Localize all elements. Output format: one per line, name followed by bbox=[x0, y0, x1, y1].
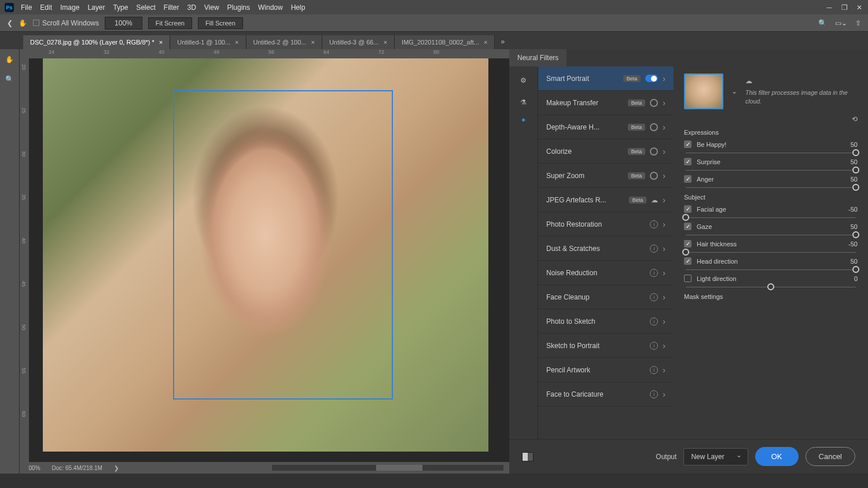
info-icon[interactable]: i bbox=[650, 366, 658, 374]
document-tab[interactable]: Untitled-2 @ 100...× bbox=[247, 35, 322, 49]
menu-layer[interactable]: Layer bbox=[87, 3, 105, 12]
workspace-icon[interactable]: ▭⌄ bbox=[835, 19, 847, 27]
menu-filter[interactable]: Filter bbox=[164, 3, 179, 12]
slider-handle[interactable] bbox=[852, 167, 859, 173]
slider-track[interactable] bbox=[686, 252, 856, 253]
scroll-all-checkbox[interactable]: Scroll All Windows bbox=[33, 19, 99, 27]
filter-item[interactable]: Smart PortraitBeta› bbox=[538, 66, 674, 91]
status-chevron[interactable]: ❯ bbox=[114, 465, 119, 471]
output-dropdown[interactable]: New Layer bbox=[683, 448, 748, 465]
zoom-tool[interactable]: 🔍 bbox=[3, 72, 17, 86]
filter-item[interactable]: Photo Restorationi› bbox=[538, 212, 674, 236]
close-button[interactable]: ✕ bbox=[855, 3, 863, 12]
menu-view[interactable]: View bbox=[204, 3, 219, 12]
slider-handle[interactable] bbox=[852, 266, 859, 273]
menu-plugins[interactable]: Plugins bbox=[227, 3, 250, 12]
slider-handle[interactable] bbox=[852, 184, 859, 191]
filter-item[interactable]: Face to Caricaturei› bbox=[538, 382, 674, 406]
document-tab[interactable]: Untitled-3 @ 66...× bbox=[322, 35, 395, 49]
filter-toggle[interactable] bbox=[650, 123, 658, 131]
featured-category-icon[interactable]: ⚙ bbox=[518, 75, 529, 86]
tab-close-icon[interactable]: × bbox=[311, 39, 314, 46]
slider-track[interactable] bbox=[686, 153, 856, 153]
filter-item[interactable]: Pencil Artworki› bbox=[538, 358, 674, 382]
menu-edit[interactable]: Edit bbox=[40, 3, 52, 12]
tab-close-icon[interactable]: × bbox=[384, 39, 387, 46]
preview-toggle-icon[interactable] bbox=[522, 452, 534, 461]
search-icon[interactable]: 🔍 bbox=[818, 19, 827, 27]
slider-handle[interactable] bbox=[682, 214, 689, 221]
menu-3d[interactable]: 3D bbox=[187, 3, 196, 12]
filter-item[interactable]: JPEG Artefacts R...Beta☁› bbox=[538, 188, 674, 212]
filter-item[interactable]: Makeup TransferBeta› bbox=[538, 91, 674, 115]
document-tab[interactable]: Untitled-1 @ 100...× bbox=[170, 35, 246, 49]
slider-checkbox[interactable] bbox=[684, 275, 692, 282]
minimize-button[interactable]: ─ bbox=[825, 3, 833, 12]
hand-tool[interactable]: ✋ bbox=[3, 53, 17, 66]
slider-track[interactable] bbox=[686, 269, 856, 270]
info-icon[interactable]: i bbox=[650, 220, 658, 228]
menu-file[interactable]: File bbox=[21, 3, 32, 12]
canvas[interactable] bbox=[20, 58, 509, 462]
filter-toggle[interactable] bbox=[650, 99, 658, 107]
filter-item[interactable]: Photo to Sketchi› bbox=[538, 309, 674, 334]
menu-select[interactable]: Select bbox=[136, 3, 155, 12]
slider-checkbox[interactable]: ✓ bbox=[684, 158, 692, 165]
beta-category-icon[interactable]: ⚗ bbox=[518, 97, 529, 108]
filter-item[interactable]: Noise Reductioni› bbox=[538, 261, 674, 285]
ok-button[interactable]: OK bbox=[755, 447, 799, 466]
horizontal-scrollbar[interactable] bbox=[272, 465, 503, 471]
maximize-button[interactable]: ❐ bbox=[840, 3, 848, 12]
slider-checkbox[interactable]: ✓ bbox=[684, 223, 692, 230]
panel-tab[interactable]: Neural Filters bbox=[509, 49, 567, 66]
info-icon[interactable]: i bbox=[650, 293, 658, 301]
document-image[interactable] bbox=[43, 58, 488, 452]
slider-handle[interactable] bbox=[682, 249, 689, 256]
filter-item[interactable]: Super ZoomBeta› bbox=[538, 164, 674, 188]
slider-handle[interactable] bbox=[852, 149, 859, 156]
slider-track[interactable] bbox=[686, 170, 856, 171]
filter-toggle[interactable] bbox=[650, 147, 658, 156]
face-selection-box[interactable] bbox=[173, 90, 393, 400]
slider-track[interactable] bbox=[686, 187, 856, 188]
share-icon[interactable]: ⇪ bbox=[855, 19, 861, 27]
cancel-button[interactable]: Cancel bbox=[806, 447, 855, 466]
info-icon[interactable]: i bbox=[650, 269, 658, 277]
filter-toggle[interactable] bbox=[645, 75, 658, 82]
back-button[interactable]: ❮ bbox=[7, 19, 13, 27]
menu-window[interactable]: Window bbox=[258, 3, 283, 12]
info-icon[interactable]: i bbox=[650, 245, 658, 253]
tab-close-icon[interactable]: × bbox=[159, 39, 163, 46]
cloud-download-icon[interactable]: ☁ bbox=[651, 196, 658, 204]
zoom-value[interactable]: 100% bbox=[105, 17, 142, 29]
hand-tool-icon[interactable]: ✋ bbox=[19, 19, 27, 27]
slider-track[interactable] bbox=[686, 217, 856, 218]
filter-item[interactable]: Face Cleanupi› bbox=[538, 285, 674, 309]
slider-handle[interactable] bbox=[852, 231, 859, 238]
slider-track[interactable] bbox=[686, 287, 856, 287]
info-icon[interactable]: i bbox=[650, 342, 658, 350]
info-icon[interactable]: i bbox=[650, 317, 658, 326]
filter-item[interactable]: ColorizeBeta› bbox=[538, 139, 674, 164]
reset-button[interactable]: ⟲ bbox=[684, 115, 858, 123]
filter-toggle[interactable] bbox=[650, 172, 658, 180]
document-tab[interactable]: DSC_0278.jpg @ 100% (Layer 0, RGB/8*) *× bbox=[23, 35, 170, 49]
slider-handle[interactable] bbox=[767, 283, 774, 290]
fill-screen-button[interactable]: Fill Screen bbox=[198, 17, 243, 29]
document-tab[interactable]: IMG_20201108_0002_aft...× bbox=[395, 35, 495, 49]
tab-close-icon[interactable]: × bbox=[235, 39, 238, 46]
slider-checkbox[interactable]: ✓ bbox=[684, 141, 692, 148]
menu-help[interactable]: Help bbox=[291, 3, 306, 12]
slider-checkbox[interactable]: ✓ bbox=[684, 205, 692, 213]
slider-track[interactable] bbox=[686, 235, 856, 235]
filter-item[interactable]: Dust & Scratchesi› bbox=[538, 236, 674, 261]
slider-checkbox[interactable]: ✓ bbox=[684, 240, 692, 247]
info-icon[interactable]: i bbox=[650, 390, 658, 398]
tabs-overflow-button[interactable]: » bbox=[495, 34, 510, 49]
face-thumbnail[interactable] bbox=[684, 73, 723, 109]
menu-type[interactable]: Type bbox=[113, 3, 128, 12]
face-dropdown-icon[interactable]: ⌄ bbox=[731, 87, 737, 95]
fit-screen-button[interactable]: Fit Screen bbox=[148, 17, 192, 29]
tab-close-icon[interactable]: × bbox=[484, 39, 487, 46]
filter-item[interactable]: Sketch to Portraiti› bbox=[538, 334, 674, 358]
